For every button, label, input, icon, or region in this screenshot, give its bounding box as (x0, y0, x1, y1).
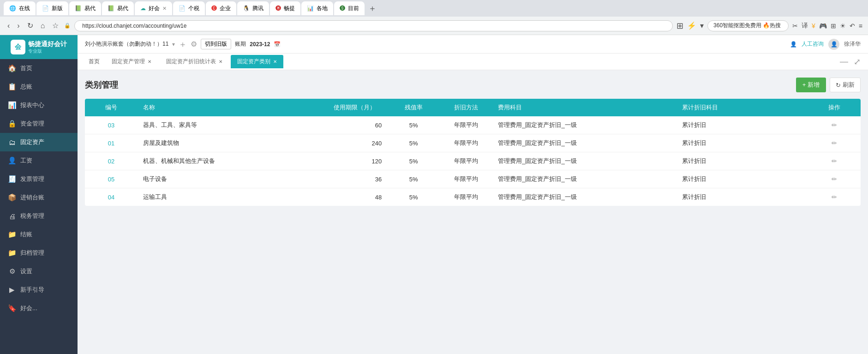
cell-expense-4: 管理费用_固定资产折旧_一级 (492, 188, 676, 206)
invoice-icon: 🧾 (7, 175, 17, 183)
grid-icon[interactable]: ⊞ (831, 22, 836, 30)
refresh-button[interactable]: ↻ 刷新 (830, 78, 861, 92)
currency-icon[interactable]: ¥ (812, 22, 815, 30)
page-tab-asset-category[interactable]: 固定资产类别 ✕ (231, 55, 283, 68)
forward-btn[interactable]: › (15, 20, 21, 32)
sidebar-item-tax[interactable]: 🖨 税务管理 (0, 207, 78, 225)
row-id-link-3[interactable]: 05 (108, 176, 114, 183)
browser-tab-5[interactable]: 📄 个税 (173, 1, 205, 15)
browser-tab-1[interactable]: 📄 新版 (36, 1, 68, 15)
sidebar-item-salary[interactable]: 👤 工资 (0, 151, 78, 170)
cell-name-2: 机器、机械和其他生产设备 (138, 152, 322, 170)
sidebar-nav: 🏠 首页 📋 总账 📊 报表中心 🔒 资金管理 🗂 固定资产 👤 工资 (0, 59, 78, 354)
switch-version-btn[interactable]: 切到旧版 (201, 39, 231, 49)
browser-tab-7[interactable]: 🐧 腾讯 (237, 1, 269, 15)
row-id-link-0[interactable]: 03 (108, 122, 114, 129)
page-tabs: 首页 固定资产管理 ✕ 固定资产折旧统计表 ✕ 固定资产类别 ✕ — ⤢ (78, 54, 868, 70)
tab-close-4[interactable]: ✕ (162, 6, 167, 12)
menu-icon[interactable]: ≡ (859, 22, 862, 30)
url-bar[interactable] (74, 20, 673, 31)
sidebar-item-reports[interactable]: 📊 报表中心 (0, 96, 78, 114)
dropdown-arrow[interactable]: ▾ (172, 41, 175, 48)
edit-btn-0[interactable]: ✏ (832, 121, 837, 129)
calendar-icon[interactable]: 📅 (274, 41, 281, 48)
table-row: 02 机器、机械和其他生产设备 120 5% 年限平均 管理费用_固定资产折旧_… (85, 152, 861, 170)
minimize-panel-btn[interactable]: — (840, 57, 848, 66)
extensions-btn[interactable]: ⊞ (676, 21, 683, 31)
home-btn[interactable]: ⌂ (39, 20, 47, 32)
row-id-link-2[interactable]: 02 (108, 158, 114, 165)
browser-tab-9[interactable]: 📊 各地 (301, 1, 333, 15)
browser-tab-2[interactable]: 📗 易代 (69, 1, 101, 15)
sidebar-item-closing[interactable]: 📁 结账 (0, 225, 78, 244)
page-tab-depreciation-stats[interactable]: 固定资产折旧统计表 ✕ (160, 55, 229, 68)
add-button[interactable]: + 新增 (796, 78, 826, 92)
sidebar-item-invoice[interactable]: 🧾 发票管理 (0, 170, 78, 188)
top-bar-left: 刘小艳演示账套（勿删勿动！）11 ▾ ＋ ⚙ 切到旧版 账期 2023-12 📅 (85, 39, 281, 50)
expand-panel-btn[interactable]: ⤢ (854, 57, 861, 67)
undo-icon[interactable]: ↶ (850, 22, 855, 30)
cell-expense-0: 管理费用_固定资产折旧_一级 (492, 116, 676, 134)
settings-gear[interactable]: ⚙ (191, 40, 197, 48)
cell-period-0: 60 (322, 116, 387, 134)
cell-depreciation-2: 累计折旧 (676, 152, 808, 170)
sidebar-item-home[interactable]: 🏠 首页 (0, 59, 78, 78)
sidebar-item-archive[interactable]: 📁 归档管理 (0, 244, 78, 262)
cell-expense-3: 管理费用_固定资产折旧_一级 (492, 170, 676, 188)
cell-method-2: 年限平均 (440, 152, 492, 170)
row-id-link-1[interactable]: 01 (108, 140, 114, 147)
scissors-icon[interactable]: ✂ (792, 22, 798, 30)
closing-icon: 📁 (7, 230, 17, 239)
edit-btn-1[interactable]: ✏ (832, 139, 837, 147)
reload-btn[interactable]: ↻ (25, 19, 35, 32)
lightning-btn[interactable]: ⚡ (687, 21, 696, 30)
browser-tab-6[interactable]: 🅒 企业 (206, 1, 236, 15)
user-info: 刘小艳演示账套（勿删勿动！）11 (85, 40, 168, 48)
page-title: 类别管理 (85, 79, 118, 90)
browser-tab-8[interactable]: 🅜 畅提 (270, 1, 300, 15)
sidebar-item-settings[interactable]: ⚙ 设置 (0, 262, 78, 281)
sidebar-item-guide[interactable]: ▶ 新手引导 (0, 281, 78, 299)
bookmark-btn[interactable]: ☆ (50, 19, 60, 32)
content-area: 类别管理 + 新增 ↻ 刷新 编号 名称 使用期限（月） 残值率 (78, 70, 868, 354)
cell-name-0: 器具、工具、家具等 (138, 116, 322, 134)
cell-depreciation-3: 累计折旧 (676, 170, 808, 188)
edit-btn-2[interactable]: ✏ (832, 157, 837, 165)
new-tab-btn[interactable]: ＋ (368, 3, 377, 14)
page-tab-fixed-assets-mgmt[interactable]: 固定资产管理 ✕ (105, 55, 158, 68)
tab-close-fixed-assets-mgmt[interactable]: ✕ (148, 59, 151, 64)
back-btn[interactable]: ‹ (6, 20, 12, 32)
browser-tab-3[interactable]: 📗 易代 (102, 1, 134, 15)
col-header-id: 编号 (85, 99, 138, 116)
col-header-name: 名称 (138, 99, 322, 116)
top-bar-right: 👤 人工咨询 👤 徐泽华 (790, 39, 861, 50)
sidebar-item-extra[interactable]: 🔖 好会... (0, 299, 78, 318)
cell-method-3: 年限平均 (440, 170, 492, 188)
secure-icon: 🔒 (64, 23, 71, 29)
tab-close-asset-category[interactable]: ✕ (273, 59, 277, 64)
edit-btn-4[interactable]: ✏ (832, 193, 837, 201)
add-company-btn[interactable]: ＋ (179, 39, 187, 50)
dropdown-btn[interactable]: ▾ (700, 21, 704, 30)
page-tab-home[interactable]: 首页 (85, 55, 103, 68)
edit-btn-3[interactable]: ✏ (832, 175, 837, 183)
table-row: 01 房屋及建筑物 240 5% 年限平均 管理费用_固定资产折旧_一级 累计折… (85, 134, 861, 152)
avatar: 👤 (828, 39, 839, 50)
translate-icon[interactable]: 译 (802, 22, 808, 30)
game-icon[interactable]: 🎮 (819, 22, 827, 30)
sidebar-item-ledger[interactable]: 📋 总账 (0, 78, 78, 96)
cell-id-0: 03 (85, 116, 138, 134)
browser-tab-10[interactable]: 🅢 目前 (334, 1, 365, 15)
col-header-expense: 费用科目 (492, 99, 676, 116)
cell-expense-2: 管理费用_固定资产折旧_一级 (492, 152, 676, 170)
browser-tab-0[interactable]: 🌐 在线 (4, 1, 36, 15)
brightness-icon[interactable]: ☀ (840, 22, 846, 30)
sidebar-item-fixed-assets[interactable]: 🗂 固定资产 (0, 133, 78, 151)
browser-tab-4[interactable]: ☁ 好会 ✕ (135, 1, 172, 15)
search-bar[interactable] (707, 20, 789, 31)
tab-close-depreciation-stats[interactable]: ✕ (219, 59, 222, 64)
sidebar-item-funds[interactable]: 🔒 资金管理 (0, 114, 78, 133)
sidebar-item-inventory[interactable]: 📦 进销台账 (0, 188, 78, 207)
row-id-link-4[interactable]: 04 (108, 194, 114, 201)
service-label[interactable]: 人工咨询 (802, 40, 824, 48)
